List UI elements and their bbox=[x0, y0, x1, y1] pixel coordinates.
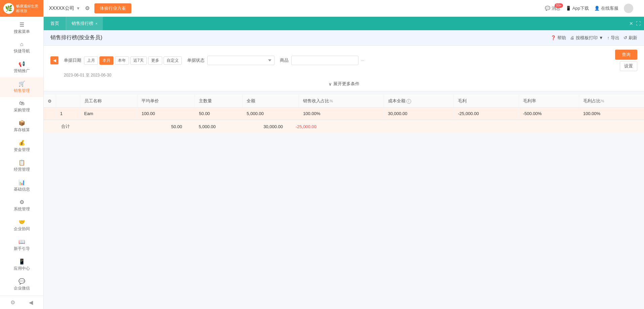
message-badge: 99+ bbox=[555, 3, 563, 8]
nav-label-8: 基础信息 bbox=[14, 187, 30, 192]
trial-button[interactable]: 体验行业方案 bbox=[94, 3, 131, 13]
print-dropdown-icon: ▼ bbox=[599, 35, 603, 40]
status-filter-select[interactable] bbox=[207, 56, 274, 65]
refresh-button[interactable]: ↺ 刷新 bbox=[624, 35, 637, 41]
date-btn-7days[interactable]: 近7天 bbox=[130, 56, 147, 65]
sidebar-nav: ☰搜索菜单⌂快捷导航📢营销推广🛒销售管理🛍采购管理📦库存核算💰资金管理📋经营管理… bbox=[0, 17, 43, 296]
page-actions: ❓ 帮助 🖨 按模板打印 ▼ ↑ 导出 ↺ 刷新 bbox=[551, 35, 637, 41]
cell-gross-pct: 100.00% bbox=[579, 108, 644, 120]
sidebar-logo: 🌿 畅康通好生意 标准版 bbox=[0, 0, 43, 17]
date-btn-last-month[interactable]: 上月 bbox=[84, 56, 98, 65]
goods-more-icon[interactable]: ··· bbox=[361, 58, 364, 63]
nav-label-2: 营销推广 bbox=[14, 68, 30, 74]
total-label: 合计 bbox=[48, 123, 115, 130]
help-icon: ❓ bbox=[551, 35, 556, 40]
sidebar-item-0[interactable]: ☰搜索菜单 bbox=[0, 18, 43, 38]
col-amount: 全额 bbox=[243, 95, 299, 108]
status-filter-label: 单据状态 bbox=[187, 57, 205, 63]
tab-close-all-icon[interactable]: ✕ bbox=[629, 21, 633, 26]
nav-label-12: 应用中心 bbox=[14, 266, 30, 271]
tabbar-right: ✕ ⛶ bbox=[626, 21, 644, 26]
page-content: 销售排行榜(按业务员) ❓ 帮助 🖨 按模板打印 ▼ ↑ 导出 ↺ 刷新 bbox=[44, 30, 644, 309]
col-rank bbox=[56, 95, 80, 108]
nav-label-1: 快捷导航 bbox=[14, 48, 30, 54]
nav-icon-5: 📦 bbox=[18, 120, 25, 126]
date-btn-current-month[interactable]: 本月 bbox=[99, 56, 114, 65]
app-download-action[interactable]: 📱 App下载 bbox=[566, 5, 589, 11]
online-service-label: 在线客服 bbox=[601, 5, 618, 11]
cell-cost-amount: 30,000.00 bbox=[384, 108, 454, 120]
company-selector[interactable]: XXXXX公司 ▼ bbox=[49, 5, 80, 11]
col-gross-rate: 毛利率 bbox=[519, 95, 579, 108]
sidebar-item-11[interactable]: 📖新手引导 bbox=[0, 235, 43, 255]
date-filter-label: 单据日期 bbox=[64, 57, 81, 63]
tab-maximize-icon[interactable]: ⛶ bbox=[636, 21, 641, 26]
cell-rank: 1 bbox=[56, 108, 80, 120]
expand-more-button[interactable]: ∨ 展开更多条件 bbox=[50, 81, 637, 87]
tab-sales-ranking[interactable]: 销售排行榜 × bbox=[66, 17, 103, 30]
filter-collapse-button[interactable]: ◀ bbox=[50, 56, 58, 64]
table-row: 1 Eam 100.00 50.00 5,000.00 100.00% 30,0… bbox=[44, 108, 644, 120]
sidebar-item-3[interactable]: 🛒销售管理 bbox=[0, 77, 43, 97]
sidebar-footer: ⚙ ◀ bbox=[0, 296, 43, 309]
tab-label: 销售排行榜 bbox=[72, 20, 93, 27]
data-table: ⚙ 员工名称 平均单价 主数量 全额 销售收入占比% 成本全额i 毛利 毛利率 … bbox=[44, 95, 644, 120]
nav-label-6: 资金管理 bbox=[14, 147, 30, 153]
nav-icon-12: 📱 bbox=[18, 258, 25, 265]
cell-sales-pct: 100.00% bbox=[299, 108, 384, 120]
sidebar-item-6[interactable]: 💰资金管理 bbox=[0, 136, 43, 156]
col-gross: 毛利 bbox=[454, 95, 519, 108]
col-avg-price: 平均单价 bbox=[137, 95, 195, 108]
logo-icon: 🌿 bbox=[3, 3, 14, 14]
sidebar-item-8[interactable]: 📊基础信息 bbox=[0, 176, 43, 196]
date-btn-more[interactable]: 更多 bbox=[148, 56, 162, 65]
cell-gross-rate: -500.00% bbox=[519, 108, 579, 120]
sidebar-item-7[interactable]: 📋经营管理 bbox=[0, 156, 43, 176]
nav-icon-6: 💰 bbox=[18, 140, 25, 146]
settings-small-button[interactable]: 设置 bbox=[620, 61, 637, 71]
sidebar-item-10[interactable]: 🤝企业协同 bbox=[0, 215, 43, 235]
sidebar-item-4[interactable]: 🛍采购管理 bbox=[0, 97, 43, 116]
col-name: 员工名称 bbox=[80, 95, 137, 108]
sidebar-settings-icon[interactable]: ⚙ bbox=[10, 299, 15, 306]
col-sales-pct: 销售收入占比% bbox=[299, 95, 384, 108]
company-name: XXXXX公司 bbox=[49, 5, 74, 11]
export-icon: ↑ bbox=[607, 35, 610, 40]
nav-icon-7: 📋 bbox=[18, 159, 25, 166]
query-button[interactable]: 查询 bbox=[615, 50, 637, 60]
nav-icon-2: 📢 bbox=[18, 61, 25, 67]
sidebar-item-1[interactable]: ⌂快捷导航 bbox=[0, 38, 43, 57]
sidebar-item-13[interactable]: 💬企业微信 bbox=[0, 275, 43, 295]
nav-label-10: 企业协同 bbox=[14, 226, 30, 232]
goods-filter-label: 商品 bbox=[280, 57, 289, 63]
online-service-action[interactable]: 👤 在线客服 bbox=[594, 5, 618, 11]
sidebar-collapse-icon[interactable]: ◀ bbox=[29, 299, 33, 306]
export-button[interactable]: ↑ 导出 bbox=[607, 35, 620, 41]
total-cost-amount: 30,000.00 bbox=[249, 124, 283, 129]
help-button[interactable]: ❓ 帮助 bbox=[551, 35, 566, 41]
date-btn-current-year[interactable]: 本年 bbox=[115, 56, 129, 65]
nav-icon-11: 📖 bbox=[18, 239, 25, 245]
table-header-row: ⚙ 员工名称 平均单价 主数量 全额 销售收入占比% 成本全额i 毛利 毛利率 … bbox=[44, 95, 644, 108]
nav-icon-8: 📊 bbox=[18, 179, 25, 186]
sidebar-item-5[interactable]: 📦库存核算 bbox=[0, 116, 43, 136]
nav-label-4: 采购管理 bbox=[14, 107, 30, 113]
col-settings[interactable]: ⚙ bbox=[44, 95, 56, 108]
nav-label-9: 系统管理 bbox=[14, 206, 30, 212]
tab-home[interactable]: 首页 bbox=[44, 17, 66, 30]
date-btn-custom[interactable]: 自定义 bbox=[164, 56, 182, 65]
tabbar: 首页 销售排行榜 × ✕ ⛶ bbox=[44, 17, 644, 30]
tab-close-icon[interactable]: × bbox=[95, 21, 97, 25]
topbar-settings-icon[interactable]: ⚙ bbox=[84, 4, 91, 13]
avatar[interactable] bbox=[624, 4, 633, 13]
topbar-right: 💬 消息 99+ 📱 App下载 👤 在线客服 bbox=[545, 4, 639, 13]
sidebar-item-9[interactable]: ⚙系统管理 bbox=[0, 196, 43, 215]
sidebar-item-2[interactable]: 📢营销推广 bbox=[0, 57, 43, 77]
print-button[interactable]: 🖨 按模板打印 ▼ bbox=[570, 35, 603, 41]
topbar: XXXXX公司 ▼ ⚙ 体验行业方案 💬 消息 99+ 📱 App下载 👤 在线… bbox=[44, 0, 644, 17]
cell-main-qty: 50.00 bbox=[195, 108, 243, 120]
message-action[interactable]: 💬 消息 99+ bbox=[545, 5, 560, 11]
nav-label-7: 经营管理 bbox=[14, 167, 30, 172]
sidebar-item-12[interactable]: 📱应用中心 bbox=[0, 255, 43, 275]
goods-filter-input[interactable] bbox=[291, 56, 358, 65]
